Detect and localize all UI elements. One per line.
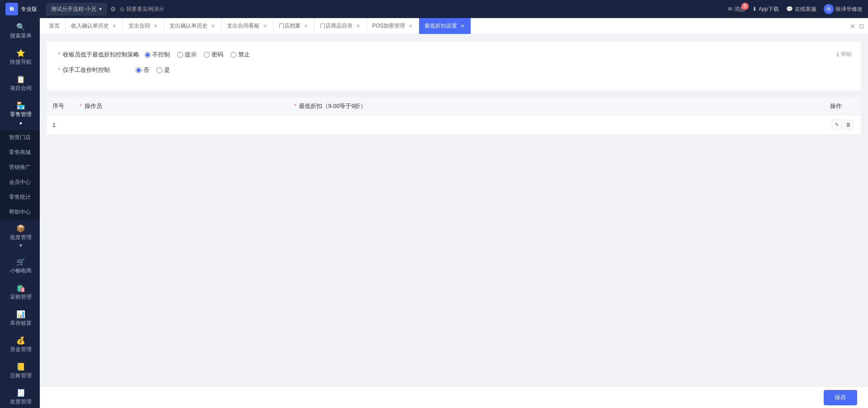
- tab-close-icon[interactable]: ✕: [262, 23, 268, 29]
- tab-close-icon[interactable]: ✕: [355, 23, 361, 29]
- tab-income-history[interactable]: 收入确认单历史 ✕: [66, 18, 123, 34]
- sidebar-sub-label: 帮助中心: [9, 209, 31, 215]
- tab-label: 支出合同看板: [227, 22, 259, 30]
- sidebar-item-label: 资金管理: [10, 346, 32, 353]
- radio-remind[interactable]: 提示: [177, 51, 197, 59]
- sidebar-item-ecommerce[interactable]: 🛒 小畅电商: [0, 253, 40, 279]
- radio-no-control[interactable]: 不控制: [145, 51, 170, 59]
- finance-icon: 💰: [16, 336, 25, 345]
- edit-button[interactable]: ✎: [832, 120, 842, 130]
- demo-label: 我要看实例演示: [126, 5, 164, 13]
- delete-button[interactable]: 🗑: [844, 120, 854, 130]
- help-circle-icon: ℹ: [837, 52, 839, 58]
- tab-store-file[interactable]: 门店档案 ✕: [274, 18, 315, 34]
- sidebar-item-smart-store[interactable]: 智营门店: [0, 130, 40, 145]
- col-header-operator: * 操作员: [74, 98, 288, 115]
- sidebar-item-label: 采购管理: [10, 293, 32, 301]
- sidebar-item-quicknav[interactable]: ⭐ 快捷导航: [0, 44, 40, 70]
- tab-min-discount[interactable]: 最低折扣设置 ✕: [419, 18, 471, 34]
- sidebar-item-retail-mall[interactable]: 零售商城: [0, 145, 40, 160]
- radio-group-field2: 否 是: [136, 66, 170, 74]
- topbar-settings-icon[interactable]: ⚙: [110, 5, 116, 13]
- inventory-icon: 📊: [16, 310, 25, 319]
- sidebar-item-label: 项目合同: [10, 84, 32, 92]
- sidebar-item-inventory[interactable]: 📊 库存核算: [0, 305, 40, 332]
- radio-no[interactable]: 否: [136, 66, 149, 74]
- app-name: 专业版: [21, 5, 37, 13]
- tab-close-icon[interactable]: ✕: [153, 23, 158, 29]
- tab-label: 最低折扣设置: [425, 22, 457, 30]
- logo-icon: 畅: [5, 3, 18, 15]
- sidebar-item-contract[interactable]: 📋 项目合同: [0, 70, 40, 97]
- radio-password[interactable]: 密码: [204, 51, 223, 59]
- save-button[interactable]: 保存: [824, 390, 857, 405]
- ledger-icon: 📒: [16, 362, 25, 371]
- tab-pos-password[interactable]: POS加密管理 ✕: [367, 18, 419, 34]
- tab-label: POS加密管理: [372, 22, 405, 30]
- tab-label: 门店档案: [279, 22, 301, 30]
- tab-payment-contract[interactable]: 支出合同 ✕: [123, 18, 164, 34]
- cell-operator: [74, 115, 288, 135]
- chevron-down-icon: ▾: [99, 6, 102, 12]
- app-download-button[interactable]: ⬇ App下载: [752, 5, 779, 13]
- main-layout: 🔍 搜索菜单 ⭐ 快捷导航 📋 项目合同 🏪 零售管理 ▴ 智营门店 零售商城 …: [0, 18, 868, 408]
- online-service-button[interactable]: 💬 在线客服: [786, 5, 816, 13]
- demo-link[interactable]: ◎ 我要看实例演示: [120, 5, 164, 13]
- tab-payment-history[interactable]: 支出确认单历史 ✕: [164, 18, 222, 34]
- retail-icon: 🏪: [16, 101, 25, 110]
- sidebar-item-marketing[interactable]: 营销推广: [0, 160, 40, 175]
- cell-seq: 1: [47, 115, 74, 135]
- sidebar-item-search[interactable]: 🔍 搜索菜单: [0, 18, 40, 44]
- cell-min-discount: [288, 115, 825, 135]
- sidebar-item-finance[interactable]: 💰 资金管理: [0, 332, 40, 358]
- sidebar-item-wholesale[interactable]: 📦 批发管理 ▾: [0, 220, 40, 253]
- sidebar-item-label: 库存核算: [10, 319, 32, 327]
- col-header-actions: 操作: [825, 98, 861, 115]
- radio-yes[interactable]: 是: [156, 66, 170, 74]
- tab-close-icon[interactable]: ✕: [408, 23, 413, 29]
- radio-group-field1: 不控制 提示 密码 禁止: [145, 51, 250, 59]
- radio-forbid[interactable]: 禁止: [231, 51, 250, 59]
- tab-close-icon[interactable]: ✕: [112, 23, 117, 29]
- sidebar-item-invoice[interactable]: 🧾 发票管理: [0, 384, 40, 408]
- help-label: 帮助: [841, 51, 852, 58]
- tab-close-all-icon[interactable]: ✕: [850, 23, 855, 30]
- message-button[interactable]: ✉ 消息 8: [728, 5, 745, 13]
- sidebar-sub-label: 营销推广: [9, 164, 31, 170]
- tab-close-icon[interactable]: ✕: [210, 23, 216, 29]
- tab-payment-board[interactable]: 支出合同看板 ✕: [222, 18, 274, 34]
- download-icon: ⬇: [752, 6, 757, 12]
- tab-close-icon[interactable]: ✕: [303, 23, 309, 29]
- required-mark: *: [58, 66, 60, 73]
- sidebar-item-member[interactable]: 会员中心: [0, 175, 40, 190]
- form-row-field1: * 收银员低于最低折扣控制策略 不控制 提示: [58, 51, 850, 59]
- online-service-label: 在线客服: [795, 5, 816, 13]
- project-selector[interactable]: 测试分开流程-小兄 ▾: [46, 3, 107, 15]
- sidebar-item-retail-stats[interactable]: 零售统计: [0, 190, 40, 205]
- tab-store-goods[interactable]: 门店商品目录 ✕: [315, 18, 367, 34]
- tab-more-icon[interactable]: ⊡: [859, 23, 864, 30]
- user-menu[interactable]: 徐 徐泽华修改: [824, 4, 863, 14]
- sidebar-item-help[interactable]: 帮助中心: [0, 205, 40, 220]
- tab-home[interactable]: 首页: [43, 18, 66, 34]
- tab-bar-right: ✕ ⊡: [846, 23, 864, 30]
- sidebar-item-label: 小畅电商: [10, 267, 32, 275]
- sidebar-item-retail[interactable]: 🏪 零售管理 ▴: [0, 97, 40, 130]
- bottom-bar: 保存: [40, 386, 868, 408]
- tab-label: 支出合同: [128, 22, 150, 30]
- tab-close-icon[interactable]: ✕: [460, 23, 465, 29]
- topbar: 畅 专业版 测试分开流程-小兄 ▾ ⚙ ◎ 我要看实例演示 ✉ 消息 8 ⬇ A…: [0, 0, 868, 18]
- table-header-row: 序号 * 操作员 * 最低折扣（9.00等于9折） 操作: [47, 98, 861, 115]
- sidebar-item-label: 搜索菜单: [10, 32, 32, 40]
- sidebar-sub-label: 零售统计: [9, 194, 31, 200]
- sidebar-item-purchase[interactable]: 🛍️ 采购管理: [0, 279, 40, 305]
- user-name: 徐泽华修改: [835, 5, 863, 13]
- cell-actions: ✎ 🗑: [825, 115, 861, 135]
- circle-icon: ◎: [120, 6, 124, 12]
- sidebar-item-ledger[interactable]: 📒 总账管理: [0, 358, 40, 384]
- sidebar-item-label: 零售管理: [10, 111, 32, 118]
- discount-table: 序号 * 操作员 * 最低折扣（9.00等于9折） 操作: [47, 98, 861, 135]
- form-label-field1: * 收银员低于最低折扣控制策略: [58, 51, 139, 59]
- wholesale-icon: 📦: [16, 224, 25, 233]
- help-button[interactable]: ℹ 帮助: [837, 51, 852, 58]
